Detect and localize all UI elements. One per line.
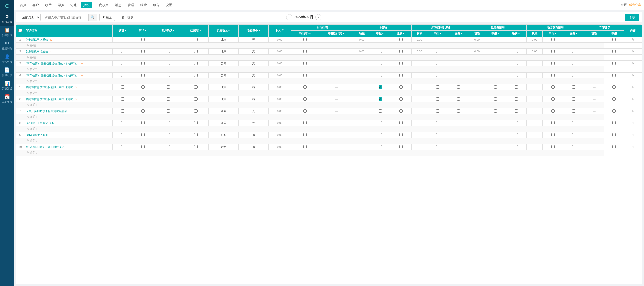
jy-pay-checkbox[interactable] [515, 50, 518, 53]
df-apply-checkbox[interactable] [551, 62, 555, 65]
sidebar-item-tax-record[interactable]: 📄 报税记录 [0, 65, 14, 79]
zz-pay-checkbox[interactable] [399, 145, 403, 148]
edit-icon[interactable]: ✎ [631, 38, 634, 42]
df-apply-checkbox[interactable] [551, 121, 555, 124]
df-apply-checkbox[interactable] [551, 97, 555, 101]
search-input[interactable] [43, 15, 88, 20]
qingka-checkbox[interactable] [141, 121, 145, 124]
name-label[interactable]: 名下税表 [117, 15, 133, 20]
sidebar-item-personal-tax[interactable]: 👤 个税申报 [0, 52, 14, 66]
jy-apply-checkbox[interactable] [494, 133, 497, 136]
jy-apply-checkbox[interactable] [494, 85, 497, 89]
nav-customer[interactable]: 客户 [30, 2, 42, 8]
zz-apply-checkbox[interactable] [379, 74, 382, 77]
zz-apply-checkbox[interactable] [379, 85, 382, 89]
kehu-checkbox[interactable] [167, 62, 170, 65]
sub-caiwu-month[interactable]: 申报(月/季)▼ [319, 31, 354, 37]
sub-jy-pay[interactable]: 缴费▼ [506, 31, 526, 37]
zz-pay-checkbox[interactable] [399, 38, 403, 41]
chaoshui-checkbox[interactable] [121, 62, 124, 65]
cs-pay-checkbox[interactable] [457, 50, 460, 53]
caiwu-year-checkbox[interactable] [303, 38, 307, 41]
company-name[interactable]: (库存核算）直播畅捷通信息技术股份有限... ⚠ [24, 61, 113, 66]
chaoshui-checkbox[interactable] [121, 50, 124, 53]
cs-apply-checkbox[interactable] [436, 133, 439, 136]
zz-pay-checkbox[interactable] [399, 109, 403, 113]
df-apply-checkbox[interactable] [551, 38, 555, 41]
caiwu-year-checkbox[interactable] [303, 145, 307, 148]
wanjie-checkbox[interactable] [194, 74, 198, 77]
kehu-checkbox[interactable] [167, 133, 170, 136]
nav-operations[interactable]: 经营 [138, 2, 149, 8]
chaoshui-checkbox[interactable] [121, 145, 124, 148]
df-apply-checkbox[interactable] [551, 133, 555, 136]
col-revenue[interactable]: 收入 C [269, 25, 291, 37]
caiwu-year-checkbox[interactable] [303, 85, 307, 89]
df-pay-checkbox[interactable] [572, 38, 575, 41]
caiwu-year-checkbox[interactable] [303, 109, 307, 113]
jy-apply-checkbox[interactable] [494, 74, 497, 77]
df-apply-checkbox[interactable] [551, 145, 555, 148]
sidebar-item-tax-setup[interactable]: ⚙ 报税设置 [0, 12, 14, 26]
chaoshui-checkbox[interactable] [121, 74, 124, 77]
cs-pay-checkbox[interactable] [457, 97, 460, 101]
zz-pay-checkbox[interactable] [399, 62, 403, 65]
company-name[interactable]: 2013（陶美芳勿删） [24, 132, 113, 138]
zz-pay-checkbox[interactable] [399, 50, 403, 53]
edit-icon[interactable]: ✎ [631, 109, 634, 113]
kehu-checkbox[interactable] [167, 109, 170, 113]
cs-pay-checkbox[interactable] [457, 62, 460, 65]
df-pay-checkbox[interactable] [572, 50, 575, 53]
vip-btn[interactable]: 稻壳会员 [629, 3, 641, 7]
wanjie-checkbox[interactable] [194, 121, 198, 124]
wanjie-checkbox[interactable] [194, 133, 198, 136]
sub-zz-apply[interactable]: 申报▼ [370, 31, 391, 37]
chaoshui-checkbox[interactable] [121, 121, 124, 124]
df-apply-checkbox[interactable] [551, 109, 555, 113]
cs-apply-checkbox[interactable] [436, 97, 439, 101]
jy-apply-checkbox[interactable] [494, 50, 497, 53]
cs-apply-checkbox[interactable] [436, 74, 439, 77]
name-checkbox[interactable] [117, 16, 120, 19]
ys-apply-checkbox[interactable] [612, 109, 616, 113]
sub-cs-apply[interactable]: 申报▼ [427, 31, 448, 37]
search-button[interactable]: 🔍 [88, 14, 97, 21]
zz-apply-checkbox[interactable] [379, 133, 382, 136]
sub-df-pay[interactable]: 缴费▼ [563, 31, 584, 37]
company-name[interactable]: 畅捷通信息技术股份有限公司民珠测试 ⚠ [24, 96, 113, 102]
cs-apply-checkbox[interactable] [436, 109, 439, 113]
qingka-checkbox[interactable] [141, 133, 145, 136]
ys-apply-checkbox[interactable] [612, 133, 616, 136]
sub-jy-apply[interactable]: 申报▼ [485, 31, 506, 37]
company-name[interactable]: 勿删新锐网络通信 ⚠ [24, 37, 113, 43]
cs-pay-checkbox[interactable] [457, 38, 460, 41]
df-pay-checkbox[interactable] [572, 109, 575, 113]
caiwu-year-checkbox[interactable] [303, 97, 307, 101]
cs-pay-checkbox[interactable] [457, 145, 460, 148]
zz-apply-checkbox[interactable] [379, 109, 382, 113]
edit-icon[interactable]: ✎ [631, 145, 634, 149]
cs-pay-checkbox[interactable] [457, 133, 460, 136]
zz-pay-checkbox[interactable] [399, 121, 403, 124]
ys-apply-checkbox[interactable] [612, 74, 616, 77]
jy-apply-checkbox[interactable] [494, 121, 497, 124]
jy-pay-checkbox[interactable] [515, 145, 518, 148]
kehu-checkbox[interactable] [167, 38, 170, 41]
col-region[interactable]: 所属地区▼ [208, 25, 239, 37]
next-period-button[interactable]: › [315, 14, 321, 20]
zz-apply-checkbox[interactable] [379, 97, 382, 101]
df-apply-checkbox[interactable] [551, 50, 555, 53]
wanjie-checkbox[interactable] [194, 38, 198, 41]
df-apply-checkbox[interactable] [551, 74, 555, 77]
qingka-checkbox[interactable] [141, 38, 145, 41]
ys-apply-checkbox[interactable] [612, 62, 616, 65]
cs-apply-checkbox[interactable] [436, 38, 439, 41]
df-apply-checkbox[interactable] [551, 85, 555, 89]
sub-ys-apply[interactable]: 申报 [604, 31, 624, 37]
zz-apply-checkbox[interactable] [379, 145, 382, 148]
cs-apply-checkbox[interactable] [436, 85, 439, 89]
qingka-checkbox[interactable] [141, 50, 145, 53]
cs-apply-checkbox[interactable] [436, 50, 439, 53]
qingka-checkbox[interactable] [141, 85, 145, 89]
company-name[interactable]: （勿删）江西股金-LSS [24, 120, 113, 126]
